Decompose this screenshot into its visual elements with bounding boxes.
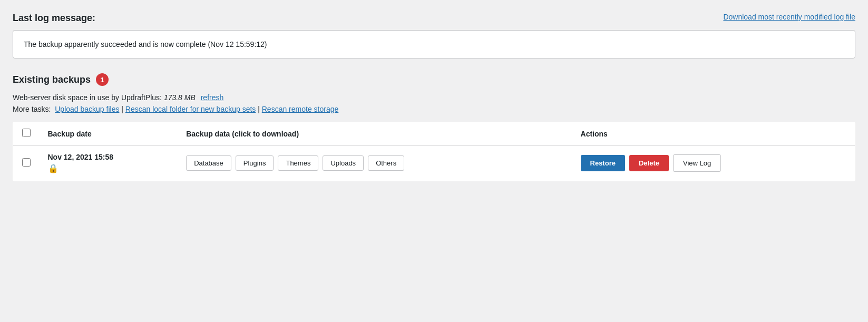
backup-buttons-group: Database Plugins Themes Uploads Others <box>186 155 563 171</box>
log-message-box: The backup apparently succeeded and is n… <box>13 30 855 58</box>
col-backup-data: Backup data (click to download) <box>178 122 572 145</box>
col-actions: Actions <box>572 122 855 145</box>
existing-backups-header: Existing backups 1 <box>13 73 855 86</box>
more-tasks-line: More tasks: Upload backup files | Rescan… <box>13 105 855 113</box>
separator-1: | <box>121 105 125 113</box>
separator-2: | <box>258 105 262 113</box>
last-log-header: Last log message: Download most recently… <box>13 13 855 24</box>
rescan-remote-link[interactable]: Rescan remote storage <box>262 105 339 113</box>
lock-icon: 🔒 <box>48 163 170 173</box>
backup-count-badge: 1 <box>96 73 109 86</box>
table-row: Nov 12, 2021 15:58 🔒 Database Plugins Th… <box>13 145 855 181</box>
select-all-checkbox[interactable] <box>22 129 31 137</box>
uploads-button[interactable]: Uploads <box>323 155 364 171</box>
row-date-cell: Nov 12, 2021 15:58 🔒 <box>40 145 178 181</box>
more-tasks-label: More tasks: <box>13 105 51 113</box>
actions-group: Restore Delete View Log <box>581 154 846 172</box>
download-log-link[interactable]: Download most recently modified log file <box>723 13 855 21</box>
disk-space-line: Web-server disk space in use by UpdraftP… <box>13 93 855 102</box>
backup-table: Backup date Backup data (click to downlo… <box>13 122 855 181</box>
last-log-section: Last log message: Download most recently… <box>13 13 855 58</box>
existing-backups-section: Existing backups 1 Web-server disk space… <box>13 73 855 181</box>
row-checkbox-cell <box>13 145 40 181</box>
col-checkbox <box>13 122 40 145</box>
database-button[interactable]: Database <box>186 155 231 171</box>
table-header: Backup date Backup data (click to downlo… <box>13 122 855 145</box>
others-button[interactable]: Others <box>368 155 404 171</box>
view-log-button[interactable]: View Log <box>673 154 721 172</box>
row-data-cell: Database Plugins Themes Uploads Others <box>178 145 572 181</box>
row-checkbox[interactable] <box>22 158 31 167</box>
existing-backups-title: Existing backups <box>13 74 91 85</box>
row-actions-cell: Restore Delete View Log <box>572 145 855 181</box>
refresh-link[interactable]: refresh <box>201 93 224 102</box>
col-backup-date: Backup date <box>40 122 178 145</box>
upload-backup-link[interactable]: Upload backup files <box>55 105 119 113</box>
rescan-local-link[interactable]: Rescan local folder for new backup sets <box>125 105 256 113</box>
disk-space-value: 173.8 MB <box>164 93 196 102</box>
restore-button[interactable]: Restore <box>581 155 625 171</box>
disk-space-label: Web-server disk space in use by UpdraftP… <box>13 93 162 102</box>
last-log-title: Last log message: <box>13 13 95 24</box>
delete-button[interactable]: Delete <box>629 155 669 171</box>
themes-button[interactable]: Themes <box>278 155 318 171</box>
plugins-button[interactable]: Plugins <box>236 155 274 171</box>
table-body: Nov 12, 2021 15:58 🔒 Database Plugins Th… <box>13 145 855 181</box>
backup-date: Nov 12, 2021 15:58 <box>48 153 170 161</box>
log-message-text: The backup apparently succeeded and is n… <box>24 40 267 48</box>
